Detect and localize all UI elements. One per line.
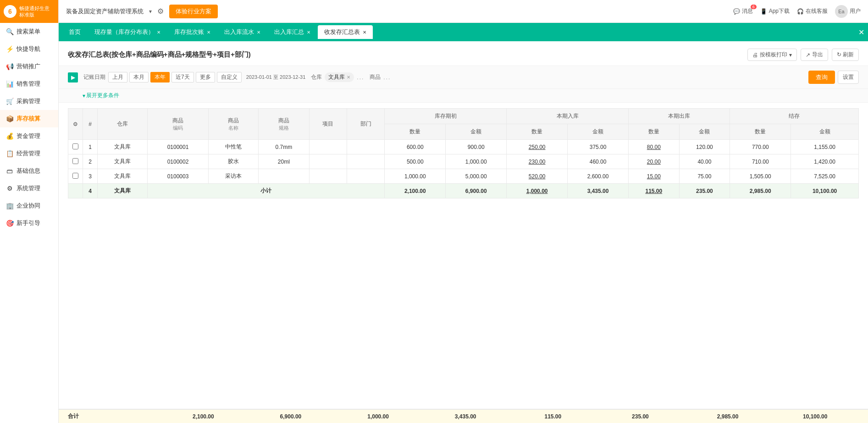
print-btn[interactable]: 🖨 按模板打印 ▾: [747, 49, 797, 61]
tab-label-batch-account: 库存批次账: [174, 28, 204, 36]
tab-inventory-dist[interactable]: 现存量（库存分布表）✕: [88, 25, 167, 39]
expand-more-btn[interactable]: ▾ 展开更多条件: [83, 92, 859, 99]
row-goods-spec: 20ml: [259, 154, 310, 169]
sidebar: 6 畅捷通好生意 标准版 🔍搜索菜单⚡快捷导航📢营销推广📊销售管理🛒采购管理📦库…: [0, 0, 59, 423]
date-btn-自定义[interactable]: 自定义: [217, 72, 242, 82]
messages-btn[interactable]: 💬 消息 6: [733, 7, 753, 15]
date-btn-更多[interactable]: 更多: [196, 72, 215, 82]
row-out-amt: 40.00: [679, 154, 730, 169]
col-goods-spec-header: 商品规格: [259, 109, 310, 140]
row-in-qty[interactable]: 250.00: [507, 140, 568, 154]
row-in-qty[interactable]: 230.00: [507, 154, 568, 169]
warehouse-tag-close[interactable]: ✕: [347, 75, 350, 80]
subtotal-open-amt: 6,900.00: [446, 184, 507, 198]
date-btn-近7天[interactable]: 近7天: [171, 72, 194, 82]
close-all-tabs-btn[interactable]: ✕: [858, 28, 864, 37]
tab-inout-flow[interactable]: 出入库流水✕: [218, 25, 267, 39]
row-check[interactable]: [68, 140, 83, 154]
tab-home[interactable]: 首页: [62, 25, 87, 39]
table-footer: 合计 2,100.00 6,900.00 1,000.00 3,435.00 1…: [59, 409, 868, 423]
goods-more-btn[interactable]: ...: [383, 74, 391, 81]
sidebar-label-newbie: 新手引导: [17, 219, 40, 227]
goods-filter-label: 商品: [370, 73, 381, 81]
sidebar-item-system[interactable]: ⚙系统管理: [0, 180, 58, 197]
row-bal-amt: 7,525.00: [791, 169, 859, 184]
row-check[interactable]: [68, 169, 83, 184]
row-out-qty[interactable]: 80.00: [629, 140, 680, 154]
col-period-out-header: 本期出库: [629, 109, 730, 124]
tab-close-inout-summary[interactable]: ✕: [307, 30, 310, 35]
total-in-qty: 1,000.00: [334, 413, 422, 420]
row-out-qty[interactable]: 15.00: [629, 169, 680, 184]
tab-label-recv-send-summary: 收发存汇总表: [324, 28, 360, 36]
date-btn-本月[interactable]: 本月: [129, 72, 149, 82]
online-service-btn[interactable]: 🎧 在线客服: [797, 7, 828, 15]
row-goods-name: 胶水: [208, 154, 258, 169]
sidebar-item-quick-nav[interactable]: ⚡快捷导航: [0, 40, 58, 58]
row-open-amt: 1,000.00: [446, 154, 507, 169]
row-goods-code: 0100001: [148, 140, 209, 154]
sidebar-item-operation[interactable]: 📋经营管理: [0, 145, 58, 162]
tab-inout-summary[interactable]: 出入库汇总✕: [268, 25, 317, 39]
total-in-amt: 3,435.00: [422, 413, 509, 420]
subtotal-in-qty[interactable]: 1,000.00: [507, 184, 568, 198]
goods-filter-group: 商品 ...: [370, 73, 391, 81]
col-in-qty-header: 数量: [507, 124, 568, 140]
row-in-qty[interactable]: 520.00: [507, 169, 568, 184]
table-row: 2 文具库 0100002 胶水 20ml 500.00 1,000.00 23…: [68, 154, 859, 169]
experience-btn[interactable]: 体验行业方案: [169, 5, 218, 18]
sidebar-item-inventory[interactable]: 📦库存核算: [0, 110, 58, 127]
tab-batch-account[interactable]: 库存批次账✕: [168, 25, 217, 39]
user-avatar: Ea: [835, 5, 848, 18]
subtotal-out-amt: 235.00: [679, 184, 730, 198]
row-goods-name: 采访本: [208, 169, 258, 184]
col-bal-amt-header: 金额: [791, 124, 859, 140]
col-period-in-header: 本期入库: [507, 109, 629, 124]
total-label: 合计: [68, 412, 160, 420]
refresh-btn[interactable]: ↻ 刷新: [832, 49, 859, 61]
row-check[interactable]: [68, 154, 83, 169]
row-goods-code: 0100002: [148, 154, 209, 169]
sidebar-item-purchase[interactable]: 🛒采购管理: [0, 93, 58, 110]
subtotal-row: 4 文具库 小计 2,100.00 6,900.00 1,000.00 3,43…: [68, 184, 859, 198]
subtotal-out-qty[interactable]: 115.00: [629, 184, 680, 198]
topbar-gear-icon[interactable]: ⚙: [157, 7, 164, 16]
tab-close-inout-flow[interactable]: ✕: [257, 30, 260, 35]
col-settings-header[interactable]: ⚙: [68, 109, 83, 140]
sidebar-item-basic[interactable]: 🗃基础信息: [0, 162, 58, 180]
table-row: 1 文具库 0100001 中性笔 0.7mm 600.00 900.00 25…: [68, 140, 859, 154]
warehouse-more-btn[interactable]: ...: [357, 74, 364, 81]
tab-label-inout-summary: 出入库汇总: [274, 28, 304, 36]
sidebar-icon-search: 🔍: [6, 28, 14, 35]
sidebar-label-system: 系统管理: [17, 184, 40, 192]
sidebar-item-finance[interactable]: 💰资金管理: [0, 127, 58, 145]
date-btn-本年[interactable]: 本年: [150, 72, 170, 82]
sidebar-item-marketing[interactable]: 📢营销推广: [0, 58, 58, 75]
export-btn[interactable]: ↗ 导出: [801, 49, 828, 61]
tab-close-recv-send-summary[interactable]: ✕: [363, 30, 366, 35]
tab-close-batch-account[interactable]: ✕: [207, 30, 210, 35]
tab-close-inventory-dist[interactable]: ✕: [157, 30, 160, 35]
tab-recv-send-summary[interactable]: 收发存汇总表✕: [318, 25, 373, 39]
row-dept: [347, 169, 384, 184]
topbar-dropdown-icon[interactable]: ▾: [149, 8, 152, 15]
col-open-amt-header: 金额: [446, 124, 507, 140]
sidebar-item-search[interactable]: 🔍搜索菜单: [0, 23, 58, 40]
filter-toggle-btn[interactable]: ▶: [68, 72, 78, 82]
tabs-bar: 首页现存量（库存分布表）✕库存批次账✕出入库流水✕出入库汇总✕收发存汇总表✕✕: [59, 23, 868, 41]
warehouse-tag[interactable]: 文具库 ✕: [325, 72, 354, 82]
sidebar-icon-enterprise: 🏢: [6, 202, 14, 209]
subtotal-in-amt: 3,435.00: [568, 184, 629, 198]
sidebar-item-sales[interactable]: 📊销售管理: [0, 75, 58, 93]
sidebar-item-enterprise[interactable]: 🏢企业协同: [0, 197, 58, 214]
col-goods-code-header: 商品编码: [148, 109, 209, 140]
sidebar-item-newbie[interactable]: 🎯新手引导: [0, 214, 58, 232]
row-out-qty[interactable]: 20.00: [629, 154, 680, 169]
user-menu[interactable]: Ea 用户: [835, 5, 861, 18]
set-btn[interactable]: 设置: [838, 71, 859, 84]
query-btn[interactable]: 查询: [808, 71, 835, 84]
date-btn-上月[interactable]: 上月: [108, 72, 127, 82]
col-in-amt-header: 金额: [568, 124, 629, 140]
row-bal-amt: 1,155.00: [791, 140, 859, 154]
app-download-btn[interactable]: 📱 App下载: [760, 7, 790, 15]
